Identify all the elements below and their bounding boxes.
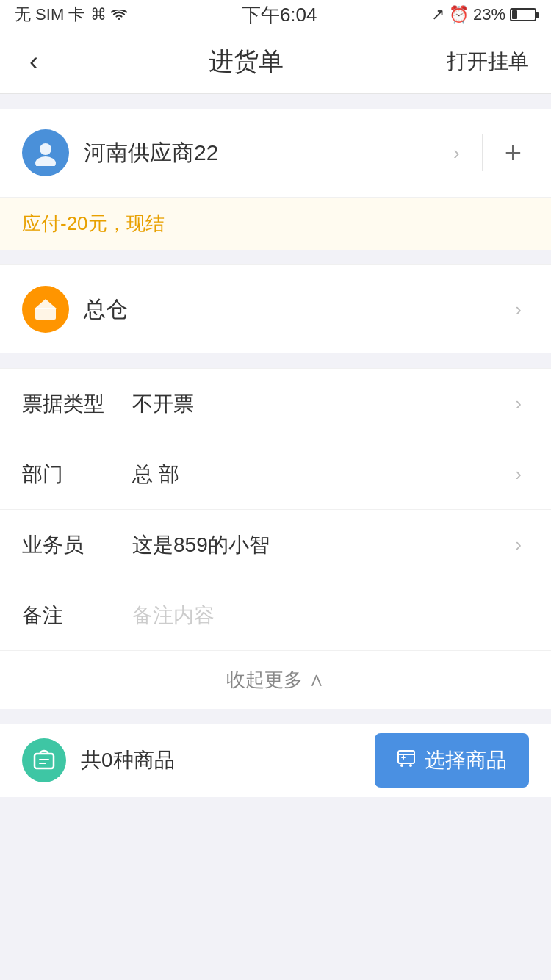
- notice-bar: 应付-20元，现结: [0, 198, 551, 250]
- remark-row[interactable]: 备注 备注内容: [0, 580, 551, 650]
- location-icon: ↗: [431, 5, 444, 24]
- section-gap-1: [0, 94, 551, 109]
- dept-row[interactable]: 部门 总 部 ›: [0, 439, 551, 509]
- warehouse-chevron-icon: ›: [515, 298, 522, 321]
- dept-chevron-icon: ›: [515, 463, 522, 486]
- salesman-label: 业务员: [22, 531, 110, 559]
- alarm-icon: ⏰: [449, 5, 469, 24]
- section-gap-2: [0, 250, 551, 264]
- svg-point-11: [409, 764, 412, 767]
- wifi-icon: ⌘: [90, 5, 127, 24]
- back-button[interactable]: ‹: [22, 39, 46, 84]
- select-product-button[interactable]: 选择商品: [375, 733, 529, 788]
- svg-rect-2: [35, 308, 56, 320]
- collapse-label: 收起更多 ∧: [226, 667, 324, 693]
- open-pending-button[interactable]: 打开挂单: [447, 48, 529, 76]
- notice-text: 应付-20元，现结: [22, 212, 165, 234]
- supplier-chevron-icon: ›: [453, 142, 460, 165]
- status-right: ↗ ⏰ 23%: [431, 5, 536, 24]
- warehouse-row[interactable]: 总仓 ›: [0, 264, 551, 353]
- product-icon: [22, 738, 66, 782]
- cart-icon: [397, 749, 417, 772]
- supplier-section: 河南供应商22 › + 应付-20元，现结: [0, 109, 551, 250]
- warehouse-section: 总仓 ›: [0, 264, 551, 353]
- svg-marker-3: [34, 299, 57, 309]
- add-supplier-button[interactable]: +: [497, 133, 529, 173]
- salesman-chevron-icon: ›: [515, 533, 522, 556]
- invoice-type-chevron-icon: ›: [515, 392, 522, 415]
- svg-rect-4: [35, 754, 54, 768]
- status-bar: 无 SIM 卡 ⌘ 下午6:04 ↗ ⏰ 23%: [0, 0, 551, 29]
- warehouse-name: 总仓: [84, 295, 515, 325]
- supplier-divider: [482, 134, 483, 171]
- supplier-row[interactable]: 河南供应商22 › +: [0, 109, 551, 198]
- form-section: 票据类型 不开票 › 部门 总 部 › 业务员 这是859的小智 › 备注 备注…: [0, 368, 551, 709]
- status-left: 无 SIM 卡 ⌘: [15, 4, 127, 26]
- nav-bar: ‹ 进货单 打开挂单: [0, 29, 551, 94]
- invoice-type-value: 不开票: [132, 390, 515, 418]
- svg-rect-7: [398, 751, 414, 763]
- supplier-name: 河南供应商22: [84, 138, 453, 168]
- invoice-type-label: 票据类型: [22, 390, 110, 418]
- supplier-avatar: [22, 129, 69, 176]
- battery-percent: 23%: [473, 5, 505, 24]
- remark-input[interactable]: 备注内容: [132, 602, 529, 630]
- section-gap-3: [0, 353, 551, 368]
- dept-value: 总 部: [132, 461, 515, 489]
- svg-point-1: [35, 156, 56, 166]
- status-time: 下午6:04: [242, 2, 317, 28]
- remark-label: 备注: [22, 602, 110, 630]
- invoice-type-row[interactable]: 票据类型 不开票 ›: [0, 368, 551, 439]
- svg-point-0: [40, 143, 51, 155]
- select-product-label: 选择商品: [425, 746, 507, 774]
- carrier-label: 无 SIM 卡: [15, 4, 84, 26]
- page-title: 进货单: [209, 45, 284, 79]
- salesman-row[interactable]: 业务员 这是859的小智 ›: [0, 509, 551, 580]
- salesman-value: 这是859的小智: [132, 531, 515, 559]
- battery-icon: [510, 8, 536, 21]
- svg-point-10: [400, 764, 403, 767]
- dept-label: 部门: [22, 461, 110, 489]
- warehouse-icon: [22, 286, 69, 333]
- product-count-label: 共0种商品: [81, 746, 375, 774]
- product-section: 共0种商品 选择商品: [0, 724, 551, 797]
- collapse-bar[interactable]: 收起更多 ∧: [0, 650, 551, 709]
